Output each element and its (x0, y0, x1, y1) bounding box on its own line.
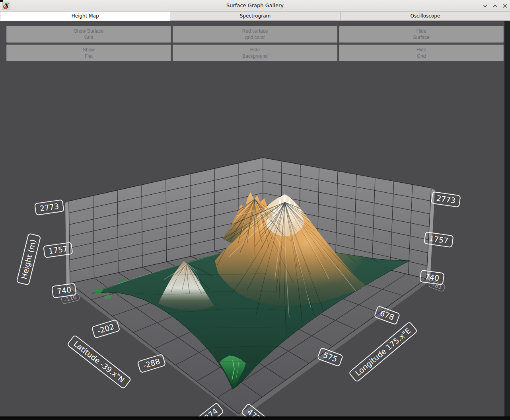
window-corner (0, 0, 3, 2)
screen-edge-right (504, 12, 510, 420)
toggle-flat-button[interactable]: Show Flat (6, 45, 171, 61)
surface-plot-canvas[interactable] (0, 0, 510, 420)
screen-edge-bottom (0, 416, 510, 420)
button-label-line: Hide (250, 47, 260, 53)
tab-spectrogram[interactable]: Spectrogram (170, 12, 340, 21)
chevron-up-icon (492, 3, 498, 8)
toggle-background-button[interactable]: Hide Background (173, 45, 337, 61)
tab-oscilloscope[interactable]: Oscilloscope (341, 12, 510, 21)
app-icon: X (2, 2, 10, 10)
shade-button[interactable] (482, 3, 488, 8)
button-label-line: Hide (417, 28, 426, 34)
close-icon (502, 3, 508, 8)
button-label-line: grid color (245, 34, 265, 41)
tab-height-map[interactable]: Height Map (0, 12, 170, 21)
window-controls (482, 0, 508, 11)
toggle-surface-button[interactable]: Hide Surface (339, 26, 504, 43)
button-label-line: Red surface (242, 28, 268, 34)
application-window: Height (m) 2773 1757 740 -116 2773 1757 … (0, 0, 510, 420)
button-label-line: Surface (413, 34, 429, 41)
toggle-surface-grid-button[interactable]: Show Surface Grid (6, 26, 171, 43)
toggle-grid-button[interactable]: Hide Grid (339, 45, 504, 61)
chevron-down-icon (483, 3, 488, 8)
tab-bar: Height Map Spectrogram Oscilloscope (0, 11, 510, 21)
x11-logo-icon: X (2, 2, 10, 10)
button-label-line: Grid (417, 53, 426, 59)
button-label-line: Flat (85, 53, 93, 59)
toolbar: Show Surface Grid Red surface grid color… (6, 26, 504, 61)
surface-grid-color-button[interactable]: Red surface grid color (173, 26, 337, 43)
maximize-button[interactable] (492, 3, 498, 8)
button-label-line: Grid (84, 34, 93, 41)
title-bar: Surface Graph Gallery X (0, 0, 510, 12)
button-label-line: Background (242, 53, 268, 59)
window-title: Surface Graph Gallery (0, 0, 510, 11)
button-label-line: Show Surface (74, 28, 104, 34)
button-label-line: Show (83, 47, 95, 53)
close-button[interactable] (502, 3, 508, 8)
button-label-line: Hide (417, 47, 426, 53)
